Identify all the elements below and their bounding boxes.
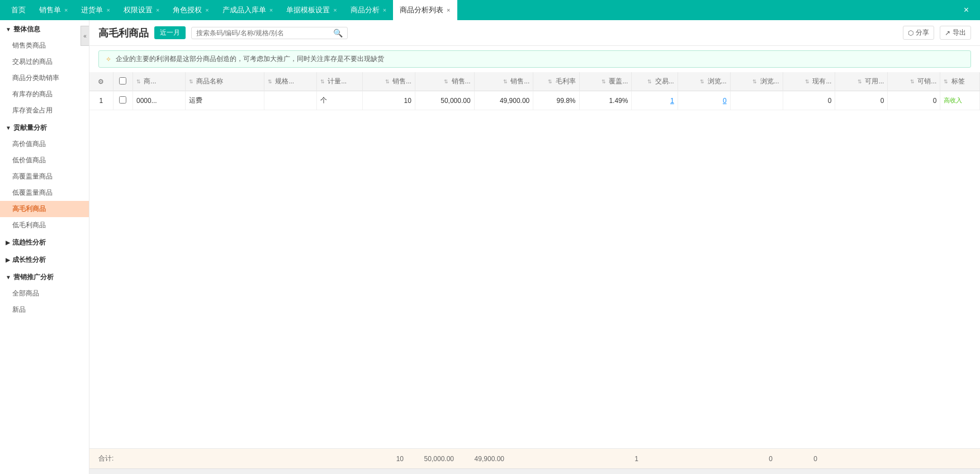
cell-num: 1: [89, 91, 113, 110]
nav-role-auth[interactable]: 角色授权 ×: [166, 0, 215, 20]
sidebar-item-high-value[interactable]: 高价值商品: [0, 136, 89, 152]
row-checkbox[interactable]: [119, 96, 126, 104]
sidebar-group-contribution-label: 贡献量分析: [13, 123, 47, 133]
nav-product-analysis-list-close[interactable]: ×: [447, 7, 450, 13]
content-area: 高毛利商品 近一月 🔍 ⬡ 分享 ↗ 导出 ✧ 企业的主要的利润都是这部分商品创…: [89, 20, 980, 474]
th-check[interactable]: [113, 72, 132, 91]
cell-name: 运费: [185, 91, 264, 110]
select-all-checkbox[interactable]: [119, 77, 126, 85]
sidebar-group-marketing-label: 营销推广分析: [13, 273, 54, 282]
footer-empty9: [644, 455, 689, 463]
cell-cover: 1.49%: [579, 91, 632, 110]
sidebar-group-overall-arrow: ▼: [6, 26, 11, 32]
nav-role-auth-close[interactable]: ×: [205, 7, 209, 13]
sidebar-item-traded-goods[interactable]: 交易过的商品: [0, 54, 89, 70]
search-box: 🔍: [191, 27, 348, 39]
share-icon: ⬡: [908, 29, 913, 37]
sidebar-collapse-button[interactable]: «: [81, 26, 89, 46]
sort-icon-code: ⇅: [136, 79, 141, 85]
table-container[interactable]: ⚙ ⇅ 商... ⇅ 商品名称 ⇅ 规格...: [89, 72, 980, 448]
nav-product-analysis-close[interactable]: ×: [383, 7, 386, 13]
bottom-scrollbar[interactable]: [89, 468, 980, 474]
th-sales-cost[interactable]: ⇅ 销售...: [474, 72, 533, 91]
th-spec[interactable]: ⇅ 规格...: [264, 72, 316, 91]
nav-home[interactable]: 首页: [4, 0, 32, 20]
sidebar-item-low-value[interactable]: 低价值商品: [0, 152, 89, 168]
th-cover[interactable]: ⇅ 覆盖...: [579, 72, 632, 91]
footer-empty3: [169, 455, 214, 463]
th-gross-rate[interactable]: ⇅ 毛利率: [533, 72, 579, 91]
footer-empty5: [281, 455, 325, 463]
th-unit[interactable]: ⇅ 计量...: [316, 72, 362, 91]
th-tag[interactable]: ⇅ 标签: [940, 72, 980, 91]
sidebar-group-growth-label: 成长性分析: [12, 255, 46, 265]
cell-check[interactable]: [113, 91, 132, 110]
sidebar-group-trend[interactable]: ▶ 流趋性分析: [0, 233, 89, 251]
sidebar-item-high-coverage[interactable]: 高覆盖量商品: [0, 168, 89, 185]
sort-icon-gross-rate: ⇅: [548, 79, 552, 85]
sort-icon-browse2: ⇅: [752, 79, 757, 85]
cell-browse1[interactable]: 0: [678, 91, 730, 110]
sidebar-item-high-margin[interactable]: 高毛利商品: [0, 201, 89, 217]
th-sales-amt[interactable]: ⇅ 销售...: [415, 72, 474, 91]
page-title: 高毛利商品: [98, 26, 149, 40]
nav-permission-settings-close[interactable]: ×: [156, 7, 159, 13]
sidebar-item-low-coverage[interactable]: 低覆盖量商品: [0, 185, 89, 201]
th-settings[interactable]: ⚙: [89, 72, 113, 91]
th-sales-qty[interactable]: ⇅ 销售...: [362, 72, 415, 91]
nav-sales-order[interactable]: 销售单 ×: [32, 0, 74, 20]
th-avail[interactable]: ⇅ 可用...: [835, 72, 888, 91]
data-table: ⚙ ⇅ 商... ⇅ 商品名称 ⇅ 规格...: [89, 72, 980, 110]
cell-avail: 0: [835, 91, 888, 110]
nav-product-analysis-list[interactable]: 商品分析列表 ×: [393, 0, 457, 20]
sidebar-group-overall-label: 整体信息: [13, 25, 40, 34]
time-filter-button[interactable]: 近一月: [154, 26, 186, 39]
share-button[interactable]: ⬡ 分享: [903, 26, 934, 40]
sidebar-item-stock-capital[interactable]: 库存资金占用: [0, 102, 89, 119]
th-browse1[interactable]: ⇅ 浏览...: [678, 72, 730, 91]
th-code[interactable]: ⇅ 商...: [132, 72, 185, 91]
sidebar-item-all-goods[interactable]: 全部商品: [0, 285, 89, 302]
nav-production-inbound[interactable]: 产成品入库单 ×: [216, 0, 280, 20]
nav-product-analysis[interactable]: 商品分析 ×: [344, 0, 393, 20]
sidebar-group-overall[interactable]: ▼ 整体信息: [0, 20, 89, 37]
sidebar-group-growth[interactable]: ▶ 成长性分析: [0, 251, 89, 268]
sidebar-item-category-rate[interactable]: 商品分类助销率: [0, 70, 89, 86]
footer-sales-amt: 50,000.00: [409, 455, 460, 463]
window-close-button[interactable]: ×: [957, 5, 976, 15]
nav-sales-order-close[interactable]: ×: [64, 7, 68, 13]
sort-icon-sales-amt: ⇅: [444, 79, 448, 85]
sort-icon-sales-qty: ⇅: [385, 79, 390, 85]
cell-trade[interactable]: 1: [632, 91, 678, 110]
sidebar-group-contribution[interactable]: ▼ 贡献量分析: [0, 119, 89, 136]
footer-trade: 1: [599, 455, 644, 463]
search-icon[interactable]: 🔍: [333, 29, 343, 37]
nav-template-settings[interactable]: 单据模板设置 ×: [280, 0, 343, 20]
sidebar-item-new-goods[interactable]: 新品: [0, 302, 89, 318]
footer-sales-cost: 49,900.00: [460, 455, 510, 463]
notice-text: 企业的主要的利润都是这部分商品创造的，可考虑加大推广，同时关注库存是不要出现缺货: [116, 54, 384, 64]
nav-permission-settings[interactable]: 权限设置 ×: [117, 0, 166, 20]
sidebar-group-marketing-arrow: ▼: [6, 274, 11, 280]
th-name[interactable]: ⇅ 商品名称: [185, 72, 264, 91]
footer-total: 合计: 10 50,000.00 49,900.00 1 0 0: [89, 448, 980, 468]
search-input[interactable]: [196, 29, 333, 37]
th-trade[interactable]: ⇅ 交易...: [632, 72, 678, 91]
nav-template-settings-close[interactable]: ×: [333, 7, 337, 13]
sidebar-item-stocked-goods[interactable]: 有库存的商品: [0, 86, 89, 102]
table-header-row: ⚙ ⇅ 商... ⇅ 商品名称 ⇅ 规格...: [89, 72, 980, 91]
th-sale-able[interactable]: ⇅ 可销...: [888, 72, 940, 91]
sidebar-group-trend-label: 流趋性分析: [12, 238, 46, 247]
th-browse2[interactable]: ⇅ 浏览...: [730, 72, 783, 91]
sidebar-group-marketing[interactable]: ▼ 营销推广分析: [0, 268, 89, 285]
cell-browse2: [730, 91, 783, 110]
th-cur-stock[interactable]: ⇅ 现有...: [783, 72, 835, 91]
sort-icon-cur-stock: ⇅: [805, 79, 809, 85]
sidebar-item-low-margin[interactable]: 低毛利商品: [0, 217, 89, 233]
nav-production-inbound-close[interactable]: ×: [269, 7, 273, 13]
sidebar-item-sales-goods[interactable]: 销售类商品: [0, 37, 89, 54]
sidebar-group-contribution-arrow: ▼: [6, 125, 11, 131]
nav-purchase-order-close[interactable]: ×: [106, 7, 110, 13]
export-button[interactable]: ↗ 导出: [940, 26, 971, 40]
nav-purchase-order[interactable]: 进货单 ×: [74, 0, 116, 20]
